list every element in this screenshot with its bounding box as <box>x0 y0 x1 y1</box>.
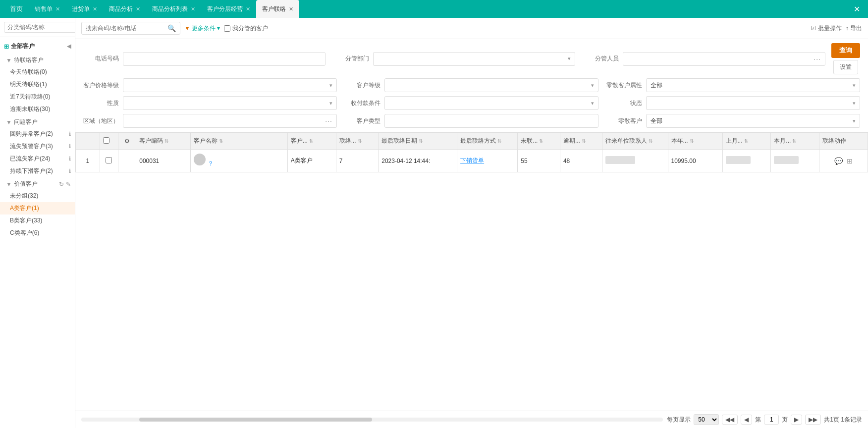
sidebar-collapse-button[interactable]: ◀ <box>67 43 71 50</box>
ellipsis-icon: ··· <box>814 55 821 63</box>
filter-retail-attr: 零散客户属性 全部 ▾ <box>606 78 860 92</box>
settings-button[interactable]: 设置 <box>833 60 858 74</box>
col-header-last-month: 上月...⇅ <box>722 133 771 150</box>
row-checkbox[interactable] <box>106 157 112 163</box>
filter-search-input[interactable] <box>86 25 167 32</box>
sidebar-item-tomorrow[interactable]: 明天待联络(1) <box>0 78 75 91</box>
search-icon[interactable]: 🔍 <box>167 24 176 32</box>
sort-icon[interactable]: ⇅ <box>582 138 586 144</box>
sidebar-item-today[interactable]: 今天待联络(0) <box>0 66 75 78</box>
cell-check <box>100 150 118 172</box>
nav-tab-sales[interactable]: 销售单 ✕ <box>29 0 66 18</box>
close-icon[interactable]: ✕ <box>289 6 293 12</box>
chevron-down-icon: ▼ <box>6 119 12 126</box>
edit-icon[interactable]: ✎ <box>66 181 71 188</box>
checkbox-icon: ☑ <box>811 25 816 32</box>
select-all-checkbox[interactable] <box>103 137 109 144</box>
price-level-select[interactable]: ▾ <box>123 78 337 92</box>
close-icon[interactable]: ✕ <box>191 6 195 12</box>
chevron-down-icon: ▾ <box>568 55 571 62</box>
col-header-gear[interactable]: ⚙ <box>118 133 136 150</box>
sort-icon[interactable]: ⇅ <box>309 138 313 144</box>
first-page-button[interactable]: ◀◀ <box>722 415 738 425</box>
sidebar-item-a-class[interactable]: A类客户(1) <box>0 202 75 214</box>
customer-name-text[interactable]: ？ <box>208 160 214 167</box>
sidebar-item-declining[interactable]: 持续下滑客户(2) ℹ <box>0 165 75 177</box>
col-header-this-month: 本月...⇅ <box>771 133 819 150</box>
col-header-name: 客户名称⇅ <box>191 133 288 150</box>
nature-select[interactable]: ▾ <box>123 96 337 110</box>
nav-tab-customer-contact[interactable]: 客户联络 ✕ <box>256 0 299 18</box>
person-select[interactable]: ··· <box>623 52 825 66</box>
sidebar-item-b-class[interactable]: B类客户(33) <box>0 214 75 227</box>
next-page-button[interactable]: ▶ <box>791 415 802 425</box>
more-conditions-button[interactable]: ▼ 更多条件 ▾ <box>184 24 220 33</box>
refresh-icon[interactable]: ↻ <box>59 181 64 188</box>
nav-tab-analysis-list[interactable]: 商品分析列表 ✕ <box>146 0 201 18</box>
filter-row-3: 性质 ▾ 收付款条件 ▾ 状态 ▾ <box>83 96 860 110</box>
chevron-down-icon: ▾ <box>853 82 856 89</box>
customer-type-input[interactable] <box>384 114 598 128</box>
sidebar-section-problem[interactable]: ▼ 问题客户 <box>0 115 75 128</box>
filter-customer-level: 客户等级 ▾ <box>345 78 598 92</box>
filter-row-1: 电话号码 分管部门 ▾ 分管人员 ··· 查询 设置 <box>83 43 860 74</box>
last-method-link[interactable]: 下销货单 <box>460 157 484 164</box>
sort-icon[interactable]: ⇅ <box>164 138 168 144</box>
sidebar-search-input[interactable] <box>4 22 75 33</box>
sidebar-item-week[interactable]: 近7天待联络(0) <box>0 91 75 103</box>
sort-icon[interactable]: ⇅ <box>539 138 543 144</box>
close-icon[interactable]: ✕ <box>136 6 140 12</box>
sidebar-item-c-class[interactable]: C类客户(6) <box>0 227 75 239</box>
last-page-button[interactable]: ▶▶ <box>805 415 821 425</box>
close-icon[interactable]: ✕ <box>93 6 97 12</box>
sidebar-item-churn-warn[interactable]: 流失预警客户(3) ℹ <box>0 140 75 153</box>
cell-last-method: 下销货单 <box>457 150 518 172</box>
sort-icon[interactable]: ⇅ <box>219 138 223 144</box>
sidebar-section-value[interactable]: ▼ 价值客户 ↻ ✎ <box>0 177 75 190</box>
dept-select[interactable]: ▾ <box>373 52 576 66</box>
sort-icon[interactable]: ⇅ <box>649 138 652 144</box>
chevron-down-icon: ▾ <box>853 118 856 124</box>
sort-icon[interactable]: ⇅ <box>358 138 362 144</box>
export-button[interactable]: ↑ 导出 <box>846 24 862 33</box>
page-input[interactable] <box>764 415 779 425</box>
query-button[interactable]: 查询 <box>831 43 860 58</box>
prev-page-button[interactable]: ◀ <box>741 415 752 425</box>
sidebar-all-customers[interactable]: ⊞ 全部客户 ◀ <box>0 39 75 54</box>
sidebar-section-pending[interactable]: ▼ 待联络客户 <box>0 54 75 66</box>
close-icon[interactable]: ✕ <box>55 6 60 12</box>
nav-tab-analysis[interactable]: 商品分析 ✕ <box>103 0 146 18</box>
scrollbar-thumb[interactable] <box>139 418 372 422</box>
sidebar-item-abnormal[interactable]: 回购异常客户(2) ℹ <box>0 128 75 140</box>
my-customers-checkbox[interactable] <box>224 25 230 32</box>
col-header-no <box>76 133 100 150</box>
customer-level-select[interactable]: ▾ <box>384 78 598 92</box>
retail-attr-select[interactable]: 全部 ▾ <box>646 78 860 92</box>
sort-icon[interactable]: ⇅ <box>744 138 748 144</box>
sidebar-item-ungrouped[interactable]: 未分组(32) <box>0 190 75 202</box>
batch-op-button[interactable]: ☑ 批量操作 <box>811 24 841 33</box>
gear-icon[interactable]: ⚙ <box>124 138 130 145</box>
nav-tab-customer-seg[interactable]: 客户分层经营 ✕ <box>201 0 256 18</box>
sort-icon[interactable]: ⇅ <box>690 138 694 144</box>
sort-icon[interactable]: ⇅ <box>792 138 796 144</box>
retail-select[interactable]: 全部 ▾ <box>646 114 860 128</box>
sidebar-item-churned[interactable]: 已流失客户(24) ℹ <box>0 153 75 165</box>
phone-input[interactable] <box>123 52 326 66</box>
grid-action-icon[interactable]: ⊞ <box>847 157 853 165</box>
horizontal-scrollbar[interactable] <box>81 418 663 422</box>
table-header-row: ⚙ 客户编码⇅ 客户名称⇅ 客户...⇅ 联络...⇅ <box>76 133 868 150</box>
chevron-down-icon: ▾ <box>591 82 594 89</box>
sidebar-item-overdue[interactable]: 逾期未联络(30) <box>0 103 75 115</box>
payment-select[interactable]: ▾ <box>384 96 598 110</box>
chat-icon[interactable]: 💬 <box>834 157 843 165</box>
close-icon[interactable]: ✕ <box>246 6 250 12</box>
nav-home[interactable]: 首页 <box>4 4 29 13</box>
status-select[interactable]: ▾ <box>646 96 860 110</box>
window-close-button[interactable]: ✕ <box>850 4 864 14</box>
sort-icon[interactable]: ⇅ <box>419 138 423 144</box>
region-select[interactable]: ··· <box>123 114 337 128</box>
nav-tab-purchase[interactable]: 进货单 ✕ <box>66 0 103 18</box>
per-page-select[interactable]: 50 100 200 <box>694 414 719 425</box>
sort-icon[interactable]: ⇅ <box>497 138 501 144</box>
